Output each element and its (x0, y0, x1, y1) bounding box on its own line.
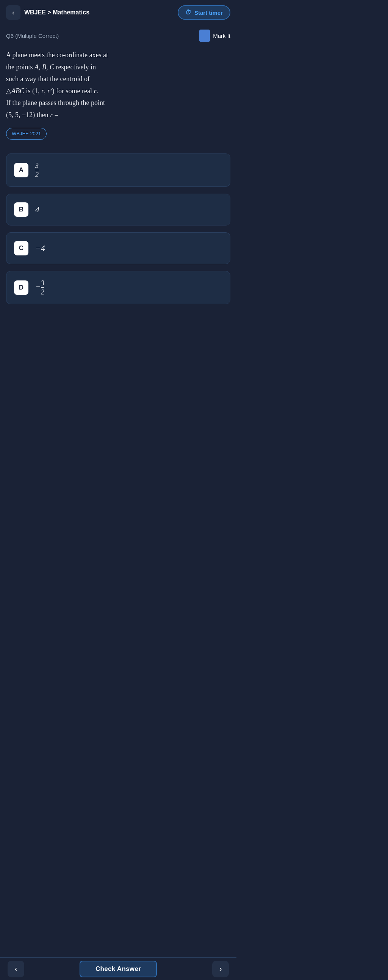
fraction-denominator: 2 (35, 170, 39, 178)
options-container: A 3 2 B 4 C −4 D − 3 2 (0, 146, 237, 312)
option-a-card[interactable]: A 3 2 (6, 153, 231, 187)
question-meta: Q6 (Multiple Correct) Mark It (0, 25, 237, 45)
breadcrumb: WBJEE > Mathematics (24, 9, 89, 16)
mark-it-label: Mark It (213, 33, 231, 39)
question-body: A plane meets the co-ordinate axes at th… (0, 45, 237, 146)
bookmark-icon (199, 30, 210, 42)
option-c-value: −4 (35, 243, 45, 253)
back-icon: ‹ (12, 9, 14, 17)
option-d-value: − 3 2 (35, 280, 45, 296)
start-timer-button[interactable]: ⏱ Start timer (178, 5, 231, 20)
question-line-5: If the plane passes through the point (6, 97, 231, 109)
option-c-card[interactable]: C −4 (6, 232, 231, 264)
question-text: A plane meets the co-ordinate axes at th… (6, 49, 231, 121)
fraction-neg-numerator: 3 (41, 280, 45, 288)
option-b-card[interactable]: B 4 (6, 194, 231, 226)
question-line-6: (5, 5, −12) then r = (6, 109, 231, 121)
back-button[interactable]: ‹ (6, 5, 21, 20)
fraction-numerator: 3 (35, 162, 39, 170)
question-line-3: such a way that the centroid of (6, 73, 231, 85)
fraction-3-2: 3 2 (35, 162, 39, 178)
option-b-value: 4 (35, 205, 40, 215)
tag-container: WBJEE 2021 (6, 128, 231, 140)
option-c-letter: C (14, 241, 29, 255)
option-a-value: 3 2 (35, 162, 39, 178)
question-line-1: A plane meets the co-ordinate axes at (6, 49, 231, 61)
option-b-letter: B (14, 202, 29, 217)
option-a-letter: A (14, 163, 29, 177)
fraction-neg-3-2: 3 2 (41, 280, 45, 296)
timer-icon: ⏱ (185, 9, 191, 16)
question-tag: WBJEE 2021 (6, 128, 47, 140)
question-label: Q6 (Multiple Correct) (6, 33, 59, 39)
mark-it-button[interactable]: Mark It (199, 30, 231, 42)
question-line-2: the points A, B, C respectively in (6, 61, 231, 73)
header: ‹ WBJEE > Mathematics ⏱ Start timer (0, 0, 237, 25)
question-line-4: △ABC is (1, r, r²) for some real r. (6, 85, 231, 97)
option-d-letter: D (14, 280, 29, 295)
fraction-neg-denominator: 2 (41, 288, 45, 296)
header-left: ‹ WBJEE > Mathematics (6, 5, 89, 20)
start-timer-label: Start timer (194, 10, 223, 16)
option-d-card[interactable]: D − 3 2 (6, 271, 231, 304)
